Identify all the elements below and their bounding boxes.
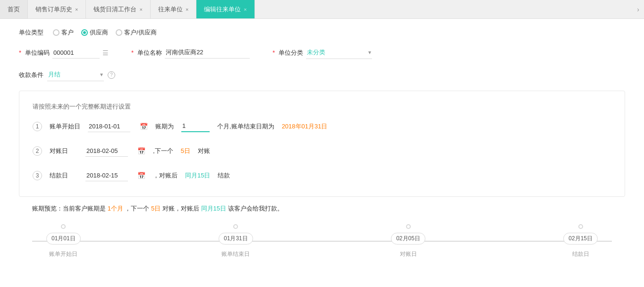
help-icon[interactable]: ? <box>108 71 115 79</box>
row-3-label: 结款日 <box>50 171 78 180</box>
tab-sales-history-close[interactable]: × <box>75 7 78 12</box>
preview-section: 账期预览：当前客户账期是 1个月 ，下一个 5日 对账，对账后 同月15日 该客… <box>19 197 625 266</box>
tab-partner[interactable]: 往来单位 × <box>151 0 196 18</box>
timeline-badge-reconcile: 02月05日 <box>391 233 425 245</box>
settings-title: 请按照未来的一个完整帐期进行设置 <box>33 102 611 111</box>
unit-code-required: * <box>19 49 21 56</box>
row-1-number: 1 <box>33 122 42 131</box>
timeline-container: 01月01日 账单开始日 01月31日 账单结束日 02月05日 <box>32 224 612 258</box>
unit-category-group: * 单位分类 未分类 ▾ <box>272 46 372 59</box>
row-2-number: 2 <box>33 146 42 156</box>
timeline-dot-start <box>61 224 66 229</box>
preview-highlight-3: 同月15日 <box>201 205 226 212</box>
radio-supplier[interactable]: 供应商 <box>81 28 108 37</box>
tab-home[interactable]: 首页 <box>0 0 28 18</box>
timeline-badge-payment: 02月15日 <box>563 233 598 245</box>
row-1-suffix-pre: 账期为 <box>155 122 174 131</box>
unit-code-label: 单位编码 <box>25 49 50 57</box>
row-1-highlight-date: 2018年01月31日 <box>282 122 328 131</box>
row-1-date-input[interactable] <box>88 121 130 132</box>
timeline-points: 01月01日 账单开始日 01月31日 账单结束日 02月05日 <box>46 224 598 258</box>
unit-type-label: 单位类型 <box>19 28 43 37</box>
radio-supplier-label: 供应商 <box>90 28 108 37</box>
radio-both[interactable]: 客户/供应商 <box>116 28 157 37</box>
row-3-date-input[interactable] <box>85 170 128 181</box>
timeline-label-reconcile: 对账日 <box>400 250 417 258</box>
unit-category-label: 单位分类 <box>279 49 303 57</box>
unit-category-value: 未分类 <box>307 48 366 57</box>
tab-sales-history[interactable]: 销售订单历史 × <box>28 0 86 18</box>
main-content: 单位类型 客户 供应商 客户/供应商 * 单位编码 ☰ <box>0 19 644 287</box>
tab-edit-partner-close[interactable]: × <box>244 7 246 12</box>
row-2-label: 对账日 <box>50 147 78 155</box>
payment-condition-value: 月结 <box>48 70 98 79</box>
row-1-suffix-mid: 个月,账单结束日期为 <box>217 122 274 131</box>
preview-mid2: 对账，对账后 <box>162 205 199 212</box>
unit-code-icon[interactable]: ☰ <box>102 49 109 57</box>
row-1-cal-icon[interactable]: 📅 <box>140 123 148 130</box>
row-2-suffix-pre: ,下一个 <box>153 147 173 155</box>
preview-highlight-2: 5日 <box>151 205 161 212</box>
timeline-label-start: 账单开始日 <box>49 250 77 258</box>
row-3-suffix-pre: ，对账后 <box>153 171 178 180</box>
payment-condition-chevron-icon: ▾ <box>100 71 103 78</box>
row-2-cal-icon[interactable]: 📅 <box>137 147 145 155</box>
row-2-suffix-post: 对账 <box>198 147 210 155</box>
preview-suffix: 该客户会给我打款。 <box>228 205 283 212</box>
period-input[interactable] <box>181 120 210 132</box>
radio-customer-label: 客户 <box>61 28 74 37</box>
timeline-point-end: 01月31日 账单结束日 <box>219 224 253 258</box>
unit-name-input[interactable] <box>165 47 250 59</box>
tab-cash-work-label: 钱货日清工作台 <box>93 5 136 14</box>
tab-edit-partner[interactable]: 编辑往来单位 × <box>196 0 254 18</box>
unit-name-group: * 单位名称 <box>131 47 250 59</box>
tab-cash-work[interactable]: 钱货日清工作台 × <box>86 0 150 18</box>
timeline-point-payment: 02月15日 结款日 <box>563 224 598 258</box>
timeline-badge-start: 01月01日 <box>46 233 81 245</box>
timeline-dot-end <box>233 224 238 229</box>
timeline-point-reconcile: 02月05日 对账日 <box>391 224 425 258</box>
tab-edit-partner-label: 编辑往来单位 <box>204 5 241 14</box>
row-3-highlight-text: 同月15日 <box>185 171 210 180</box>
row-3-number: 3 <box>33 171 42 180</box>
radio-both-circle <box>116 29 122 36</box>
preview-prefix: 账期预览：当前客户账期是 <box>32 205 106 212</box>
tab-overflow-arrow[interactable]: › <box>632 0 644 18</box>
settings-box: 请按照未来的一个完整帐期进行设置 1 账单开始日 📅 账期为 个月,账单结束日期… <box>19 91 625 197</box>
unit-code-group: * 单位编码 ☰ <box>19 47 109 59</box>
tab-partner-close[interactable]: × <box>186 7 188 12</box>
unit-info-row: * 单位编码 ☰ * 单位名称 * 单位分类 未分类 ▾ <box>19 46 625 59</box>
radio-customer-circle <box>53 29 59 36</box>
unit-category-select[interactable]: 未分类 ▾ <box>306 46 372 59</box>
unit-name-label: 单位名称 <box>137 49 162 57</box>
timeline-label-payment: 结款日 <box>572 250 589 258</box>
unit-category-required: * <box>272 49 275 56</box>
unit-code-input[interactable] <box>52 47 100 59</box>
radio-supplier-circle <box>81 29 88 36</box>
payment-condition-select[interactable]: 月结 ▾ <box>47 68 104 81</box>
radio-customer[interactable]: 客户 <box>53 28 74 37</box>
tab-bar: 首页 销售订单历史 × 钱货日清工作台 × 往来单位 × 编辑往来单位 × › <box>0 0 644 19</box>
tab-sales-history-label: 销售订单历史 <box>35 5 72 14</box>
tab-cash-work-close[interactable]: × <box>139 7 142 12</box>
unit-category-chevron-icon: ▾ <box>368 49 371 56</box>
unit-name-required: * <box>131 49 134 56</box>
timeline-badge-end: 01月31日 <box>219 233 253 245</box>
row-3-cal-icon[interactable]: 📅 <box>137 172 145 179</box>
unit-type-row: 单位类型 客户 供应商 客户/供应商 <box>19 28 625 37</box>
row-2-date-input[interactable] <box>85 145 128 157</box>
settings-row-2: 2 对账日 📅 ,下一个 5日 对账 <box>33 145 611 157</box>
settings-row-1: 1 账单开始日 📅 账期为 个月,账单结束日期为 2018年01月31日 <box>33 120 611 132</box>
row-1-label: 账单开始日 <box>50 122 80 131</box>
timeline-dot-reconcile <box>406 224 411 229</box>
row-2-highlight-text: 5日 <box>181 147 190 155</box>
row-3-suffix-post: 结款 <box>218 171 230 180</box>
timeline-point-start: 01月01日 账单开始日 <box>46 224 81 258</box>
unit-name-wrapper <box>165 47 250 59</box>
timeline-dot-payment <box>578 224 583 229</box>
timeline-label-end: 账单结束日 <box>221 250 250 258</box>
unit-type-radio-group: 客户 供应商 客户/供应商 <box>53 28 157 37</box>
payment-condition-row: 收款条件 月结 ▾ ? <box>19 68 625 81</box>
settings-row-3: 3 结款日 📅 ，对账后 同月15日 结款 <box>33 170 611 181</box>
preview-highlight-1: 1个月 <box>108 205 123 212</box>
